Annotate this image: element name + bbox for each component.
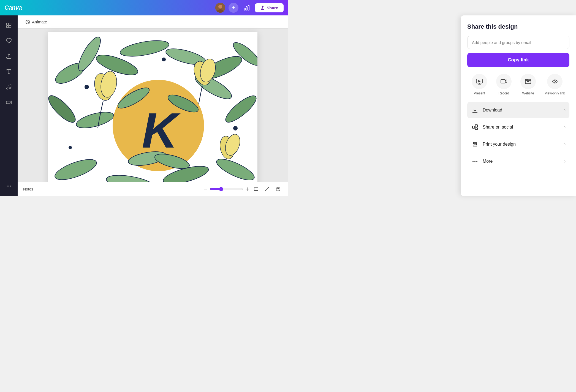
svg-point-19 bbox=[8, 186, 9, 186]
zoom-slider[interactable] bbox=[210, 187, 243, 191]
svg-rect-16 bbox=[6, 101, 10, 104]
sidebar-more-button[interactable] bbox=[2, 179, 15, 193]
sidebar-item-elements[interactable] bbox=[2, 34, 15, 47]
canva-logo: Canva bbox=[4, 4, 22, 11]
plus-zoom-icon bbox=[245, 187, 249, 191]
svg-rect-8 bbox=[7, 26, 9, 28]
share-button[interactable]: Share bbox=[255, 3, 284, 12]
animate-bar: Animate bbox=[18, 15, 288, 29]
share-button-label: Share bbox=[267, 6, 278, 10]
sidebar-item-video[interactable] bbox=[2, 96, 15, 109]
add-team-button[interactable]: + bbox=[229, 3, 238, 13]
sidebar-item-uploads[interactable] bbox=[2, 50, 15, 63]
svg-text:K: K bbox=[142, 103, 181, 158]
fit-screen-button[interactable] bbox=[252, 185, 260, 194]
svg-point-14 bbox=[7, 88, 8, 89]
animate-label: Animate bbox=[32, 20, 47, 24]
fullscreen-button[interactable] bbox=[263, 185, 271, 194]
avatar[interactable] bbox=[215, 3, 225, 13]
design-canvas: K bbox=[48, 32, 257, 192]
svg-rect-7 bbox=[9, 23, 11, 25]
svg-point-20 bbox=[10, 186, 11, 186]
svg-point-65 bbox=[278, 190, 278, 190]
svg-point-46 bbox=[233, 126, 238, 130]
svg-line-62 bbox=[267, 187, 269, 189]
svg-rect-4 bbox=[246, 7, 247, 10]
bottom-bar: Notes bbox=[18, 182, 288, 196]
sidebar-item-templates[interactable] bbox=[2, 19, 15, 32]
sidebar bbox=[0, 15, 18, 196]
topbar: Canva + Share bbox=[0, 0, 288, 15]
svg-rect-9 bbox=[9, 26, 11, 28]
canvas-area: Animate bbox=[18, 15, 288, 196]
animate-button[interactable]: Animate bbox=[23, 18, 49, 26]
help-button[interactable] bbox=[274, 185, 282, 194]
svg-point-18 bbox=[7, 186, 8, 186]
svg-line-63 bbox=[265, 189, 267, 191]
main-layout: Animate bbox=[0, 15, 288, 196]
svg-point-15 bbox=[10, 87, 11, 89]
svg-rect-5 bbox=[248, 6, 249, 10]
notes-label: Notes bbox=[23, 187, 33, 191]
stats-button[interactable] bbox=[242, 3, 252, 13]
bottom-right bbox=[203, 185, 282, 194]
svg-rect-58 bbox=[254, 188, 258, 190]
svg-point-47 bbox=[69, 146, 72, 149]
svg-rect-6 bbox=[7, 23, 9, 25]
minus-zoom-icon bbox=[203, 187, 208, 191]
sidebar-item-text[interactable] bbox=[2, 65, 15, 78]
topbar-right: + Share bbox=[215, 3, 284, 13]
svg-point-45 bbox=[162, 58, 166, 61]
svg-rect-3 bbox=[244, 8, 245, 10]
svg-point-1 bbox=[218, 5, 222, 9]
sidebar-item-audio[interactable] bbox=[2, 80, 15, 94]
svg-point-44 bbox=[85, 85, 89, 89]
